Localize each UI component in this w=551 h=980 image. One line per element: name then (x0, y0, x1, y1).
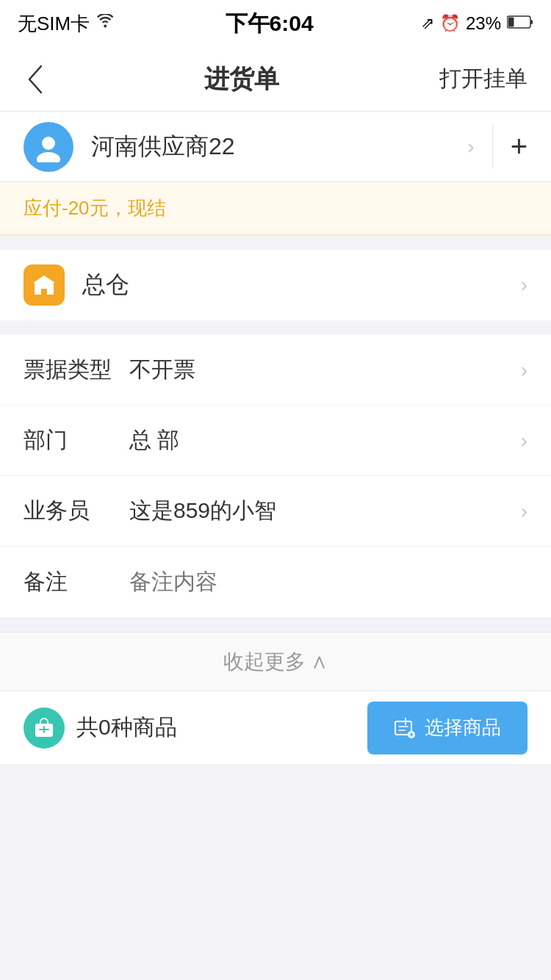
svg-point-4 (37, 152, 60, 162)
page-title: 进货单 (204, 62, 279, 96)
select-product-icon (394, 717, 416, 739)
status-right: ⇗ ⏰ 23% (421, 13, 533, 34)
svg-rect-7 (41, 289, 47, 295)
supplier-name: 河南供应商22 (91, 131, 467, 163)
back-button[interactable] (24, 63, 44, 96)
location-icon: ⇗ (421, 14, 434, 33)
sales-person-value: 这是859的小智 (112, 496, 521, 526)
product-bag-icon (24, 707, 65, 749)
status-left: 无SIM卡 (18, 11, 118, 37)
invoice-type-row[interactable]: 票据类型 不开票 › (0, 335, 551, 406)
product-count-text: 共0种商品 (76, 713, 177, 743)
invoice-type-label: 票据类型 (24, 355, 112, 385)
sales-person-chevron-icon: › (521, 500, 527, 523)
sales-person-row[interactable]: 业务员 这是859的小智 › (0, 476, 551, 547)
product-count-area: 共0种商品 (24, 707, 177, 749)
warehouse-row[interactable]: 总仓 › (0, 250, 551, 320)
bottom-bar: 共0种商品 选择商品 (0, 691, 551, 764)
sales-person-label: 业务员 (24, 496, 112, 526)
battery-label: 23% (466, 13, 501, 34)
supplier-avatar (24, 122, 73, 172)
warehouse-name: 总仓 (82, 269, 521, 301)
warehouse-icon (24, 264, 65, 306)
collapse-button[interactable]: 收起更多 ∧ (0, 632, 551, 691)
supplier-section: 河南供应商22 › + 应付-20元，现结 (0, 112, 551, 235)
carrier-label: 无SIM卡 (18, 11, 90, 37)
warehouse-chevron-icon: › (521, 273, 527, 297)
supplier-row[interactable]: 河南供应商22 › + (0, 112, 551, 182)
department-label: 部门 (24, 425, 112, 455)
balance-notice-text: 应付-20元，现结 (24, 197, 166, 219)
status-time: 下午6:04 (226, 9, 314, 39)
svg-point-3 (42, 137, 55, 150)
balance-notice: 应付-20元，现结 (0, 182, 551, 235)
invoice-type-value: 不开票 (112, 355, 521, 385)
wifi-icon (97, 12, 118, 35)
remarks-row[interactable]: 备注 (0, 547, 551, 617)
page-background (0, 764, 551, 911)
department-row[interactable]: 部门 总 部 › (0, 406, 551, 476)
remarks-label: 备注 (24, 567, 112, 597)
status-bar: 无SIM卡 下午6:04 ⇗ ⏰ 23% (0, 0, 551, 47)
vertical-divider (492, 125, 493, 169)
svg-rect-2 (508, 18, 514, 27)
department-value: 总 部 (112, 425, 521, 455)
nav-bar: 进货单 打开挂单 (0, 47, 551, 112)
remarks-input[interactable] (112, 569, 527, 594)
add-supplier-button[interactable]: + (511, 130, 527, 163)
form-section: 票据类型 不开票 › 部门 总 部 › 业务员 这是859的小智 › 备注 (0, 335, 551, 617)
svg-rect-1 (530, 20, 533, 24)
select-product-button[interactable]: 选择商品 (367, 702, 527, 754)
invoice-type-chevron-icon: › (521, 359, 527, 382)
svg-marker-6 (33, 275, 55, 283)
alarm-icon: ⏰ (440, 14, 460, 33)
supplier-chevron-icon: › (467, 135, 474, 159)
warehouse-section: 总仓 › (0, 250, 551, 320)
collapse-label: 收起更多 ∧ (223, 648, 328, 676)
open-pending-button[interactable]: 打开挂单 (439, 64, 527, 94)
select-product-label: 选择商品 (425, 715, 501, 741)
battery-icon (507, 13, 533, 34)
department-chevron-icon: › (521, 429, 527, 453)
